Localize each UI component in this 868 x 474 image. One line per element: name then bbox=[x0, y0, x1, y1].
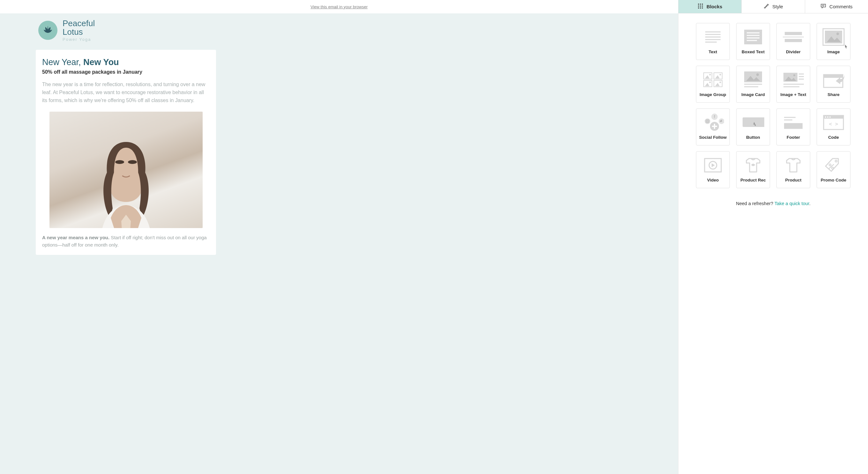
block-image[interactable]: Image bbox=[817, 23, 850, 60]
svg-rect-19 bbox=[744, 30, 762, 44]
block-image-card-label: Image Card bbox=[741, 92, 765, 97]
image-group-icon bbox=[702, 70, 724, 90]
block-image-text-label: Image + Text bbox=[780, 92, 806, 97]
svg-point-45 bbox=[756, 73, 759, 76]
block-share[interactable]: Share bbox=[817, 66, 850, 103]
tab-comments-label: Comments bbox=[829, 4, 853, 9]
email-subheadline: 50% off all massage packages in January bbox=[42, 69, 210, 75]
svg-point-39 bbox=[709, 82, 711, 83]
tab-blocks[interactable]: Blocks bbox=[678, 0, 742, 13]
share-icon bbox=[823, 70, 845, 90]
footer-icon bbox=[782, 113, 805, 132]
block-image-group-label: Image Group bbox=[700, 92, 726, 97]
svg-point-36 bbox=[720, 74, 721, 75]
svg-point-60 bbox=[705, 118, 710, 124]
block-boxed-text[interactable]: Boxed Text bbox=[736, 23, 770, 60]
product-rec-icon bbox=[742, 155, 764, 175]
grid-icon bbox=[698, 3, 703, 10]
boxed-text-icon bbox=[742, 27, 764, 47]
block-divider-label: Divider bbox=[786, 50, 801, 54]
svg-marker-79 bbox=[712, 163, 715, 167]
product-icon bbox=[782, 155, 805, 175]
block-social-follow[interactable]: f Social Follow bbox=[696, 108, 730, 146]
svg-point-10 bbox=[700, 7, 701, 9]
block-product-rec[interactable]: Product Rec bbox=[736, 151, 770, 188]
email-headline: New Year, New You bbox=[42, 57, 210, 67]
image-text-icon bbox=[782, 70, 805, 90]
preview-top-strip: View this email in your browser bbox=[0, 0, 678, 13]
svg-point-4 bbox=[700, 3, 701, 5]
svg-point-50 bbox=[793, 74, 795, 76]
block-code-label: Code bbox=[828, 135, 839, 140]
brand-tagline: Power Yoga bbox=[63, 37, 95, 42]
block-text-label: Text bbox=[709, 50, 717, 54]
video-icon bbox=[702, 155, 724, 175]
para2-strong: A new year means a new you. bbox=[42, 235, 110, 240]
brand-name-line1: Peaceful bbox=[63, 19, 95, 28]
svg-point-6 bbox=[698, 5, 699, 7]
divider-icon bbox=[782, 27, 805, 47]
block-footer[interactable]: Footer bbox=[776, 108, 810, 146]
button-icon bbox=[742, 113, 764, 132]
svg-rect-26 bbox=[785, 39, 802, 42]
svg-point-33 bbox=[709, 74, 711, 75]
social-follow-icon: f bbox=[702, 113, 724, 132]
block-button-label: Button bbox=[746, 135, 760, 140]
promo-code-icon bbox=[823, 155, 845, 175]
lotus-logo-icon bbox=[38, 21, 57, 40]
block-image-group[interactable]: Image Group bbox=[696, 66, 730, 103]
block-code[interactable]: < > Code bbox=[817, 108, 850, 146]
editor-sidebar: Blocks Style Comments Text Boxed Te bbox=[678, 0, 868, 474]
block-text[interactable]: Text bbox=[696, 23, 730, 60]
svg-point-81 bbox=[829, 164, 831, 166]
tab-style[interactable]: Style bbox=[742, 0, 805, 13]
block-boxed-text-label: Boxed Text bbox=[742, 50, 765, 54]
block-footer-label: Footer bbox=[786, 135, 800, 140]
block-image-text[interactable]: Image + Text bbox=[776, 66, 810, 103]
svg-text:< >: < > bbox=[829, 121, 838, 127]
blocks-grid: Text Boxed Text Divider Image bbox=[678, 13, 868, 188]
tab-comments[interactable]: Comments bbox=[805, 0, 868, 13]
svg-rect-57 bbox=[824, 75, 843, 78]
image-card-icon bbox=[742, 70, 764, 90]
comment-icon bbox=[820, 3, 826, 10]
svg-marker-35 bbox=[715, 75, 720, 78]
block-promo-code-label: Promo Code bbox=[821, 178, 846, 183]
block-promo-code[interactable]: Promo Code bbox=[817, 151, 850, 188]
code-icon: < > bbox=[823, 113, 845, 132]
svg-point-75 bbox=[829, 117, 831, 118]
block-image-card[interactable]: Image Card bbox=[736, 66, 770, 103]
block-social-follow-label: Social Follow bbox=[699, 135, 726, 140]
tab-style-label: Style bbox=[772, 4, 783, 9]
email-paragraph-1: The new year is a time for reflection, r… bbox=[42, 81, 210, 104]
brand-logo-row: Peaceful Lotus Power Yoga bbox=[38, 19, 678, 41]
block-button[interactable]: Button bbox=[736, 108, 770, 146]
refresher-hint: Need a refresher? Take a quick tour. bbox=[678, 201, 868, 206]
svg-point-73 bbox=[825, 117, 826, 118]
svg-point-1 bbox=[115, 160, 124, 164]
block-divider[interactable]: Divider bbox=[776, 23, 810, 60]
block-product[interactable]: Product bbox=[776, 151, 810, 188]
email-preview-canvas[interactable]: View this email in your browser Peaceful… bbox=[0, 0, 678, 474]
headline-light: New Year, bbox=[42, 57, 83, 67]
email-hero-image[interactable] bbox=[50, 112, 203, 228]
paintbrush-icon bbox=[763, 3, 769, 10]
block-product-rec-label: Product Rec bbox=[740, 178, 766, 183]
take-tour-link[interactable]: Take a quick tour bbox=[775, 201, 809, 206]
svg-point-80 bbox=[835, 160, 837, 162]
svg-rect-72 bbox=[824, 116, 843, 119]
view-in-browser-link[interactable]: View this email in your browser bbox=[310, 4, 368, 9]
email-body-card[interactable]: New Year, New You 50% off all massage pa… bbox=[36, 50, 216, 255]
svg-rect-24 bbox=[785, 32, 802, 35]
refresher-dot: . bbox=[809, 201, 811, 206]
image-icon bbox=[823, 27, 845, 47]
text-lines-icon bbox=[702, 27, 724, 47]
refresher-text: Need a refresher? bbox=[736, 201, 775, 206]
block-image-label: Image bbox=[827, 50, 840, 54]
svg-rect-67 bbox=[743, 117, 764, 127]
svg-point-3 bbox=[698, 3, 699, 5]
headline-bold: New You bbox=[83, 57, 119, 67]
block-video[interactable]: Video bbox=[696, 151, 730, 188]
block-video-label: Video bbox=[707, 178, 719, 183]
svg-marker-41 bbox=[715, 83, 720, 86]
